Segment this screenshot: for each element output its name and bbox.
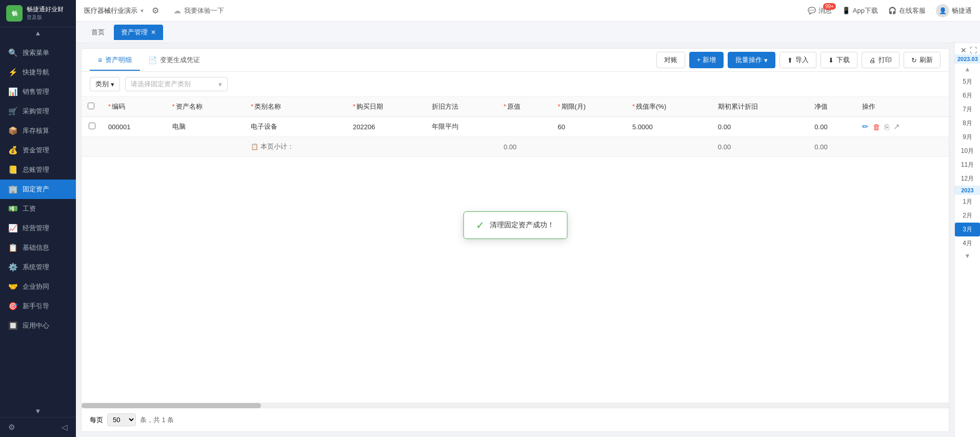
- edit-icon[interactable]: ✏: [862, 122, 869, 131]
- sidebar-item-operation[interactable]: 📈 经营管理: [0, 218, 76, 238]
- sidebar-icon-inventory: 📦: [8, 126, 17, 135]
- category-placeholder: 请选择固定资产类别: [131, 80, 191, 89]
- month-5[interactable]: 5月: [955, 75, 980, 89]
- month-12[interactable]: 12月: [955, 172, 980, 186]
- sidebar-label-sales: 销售管理: [23, 87, 49, 96]
- filter-bar: 类别 ▾ 请选择固定资产类别 ▾: [82, 72, 949, 97]
- month-6[interactable]: 6月: [955, 89, 980, 103]
- row-checkbox[interactable]: [89, 123, 95, 129]
- subtotal-original: 0.00: [497, 137, 551, 157]
- sidebar-logo: 畅 畅捷通好业财 普及版: [0, 0, 76, 27]
- settings-icon[interactable]: ⚙: [8, 423, 15, 432]
- experience-link[interactable]: ☁ 我要体验一下: [173, 6, 224, 15]
- month-1[interactable]: 1月: [955, 195, 980, 209]
- account-button[interactable]: 对账: [656, 52, 685, 68]
- table-row: 000001 电脑 电子设备 202206 年限平均 60 5.0000 0.0…: [82, 117, 949, 137]
- sidebar-label-operation: 经营管理: [23, 224, 49, 233]
- cell-original: [497, 117, 551, 137]
- sidebar-item-base[interactable]: 📋 基础信息: [0, 238, 76, 257]
- sidebar-scroll-down[interactable]: ▼: [0, 405, 76, 417]
- input-chevron-icon: ▾: [218, 81, 222, 88]
- service-action[interactable]: 🎧 在线客服: [888, 6, 926, 15]
- per-page-select[interactable]: 50 100 200: [107, 413, 136, 426]
- delete-icon[interactable]: 🗑: [873, 123, 881, 131]
- panel-close-icon[interactable]: ✕: [961, 46, 967, 54]
- toast-message: 清理固定资产成功！: [490, 221, 554, 230]
- company-selector[interactable]: 医疗器械行业演示 ▾: [84, 6, 144, 15]
- sidebar-item-apps[interactable]: 🔲 应用中心: [0, 316, 76, 335]
- user-label: 畅捷通: [952, 6, 972, 15]
- month-2[interactable]: 2月: [955, 209, 980, 223]
- header-purchase-date: *购买日期: [347, 97, 426, 117]
- subtab-voucher-label: 变更生成凭证: [160, 55, 200, 65]
- pagination: 每页 50 100 200 条，共 1 条: [82, 408, 949, 431]
- subtotal-row: 📋 本页小计： 0.00 0.00 0.00: [82, 137, 949, 157]
- month-10[interactable]: 10月: [955, 144, 980, 158]
- per-page-label: 每页: [90, 415, 103, 425]
- month-9[interactable]: 9月: [955, 130, 980, 144]
- more-icon[interactable]: ↗: [893, 122, 900, 131]
- refresh-button[interactable]: ↻ 刷新: [904, 52, 941, 68]
- header-residual: *残值率(%): [626, 97, 712, 117]
- sidebar-item-ledger[interactable]: 📒 总账管理: [0, 160, 76, 180]
- sidebar-item-quicknav[interactable]: ⚡ 快捷导航: [0, 63, 76, 82]
- topbar: 医疗器械行业演示 ▾ ⚙ ☁ 我要体验一下 💬 消息 99+ 📱 App下载 🎧…: [76, 0, 980, 22]
- month-11[interactable]: 11月: [955, 158, 980, 172]
- sidebar-item-inventory[interactable]: 📦 库存核算: [0, 121, 76, 141]
- month-3[interactable]: 3月: [955, 223, 980, 236]
- app-icon: 📱: [842, 7, 850, 14]
- subtab-list[interactable]: ≡ 资产明细: [90, 50, 140, 71]
- sidebar-item-purchase[interactable]: 🛒 采购管理: [0, 102, 76, 121]
- sidebar-item-salary[interactable]: 💵 工资: [0, 199, 76, 218]
- app-download-action[interactable]: 📱 App下载: [842, 6, 878, 15]
- sidebar-label-apps: 应用中心: [23, 321, 49, 330]
- select-all-checkbox[interactable]: [88, 103, 94, 109]
- category-filter[interactable]: 类别 ▾: [90, 77, 120, 91]
- tab-home[interactable]: 首页: [84, 25, 112, 40]
- cell-net: 0.00: [808, 117, 855, 137]
- sidebar-item-system[interactable]: ⚙️ 系统管理: [0, 257, 76, 277]
- cell-category: 电子设备: [245, 117, 347, 137]
- category-input[interactable]: 请选择固定资产类别 ▾: [125, 77, 228, 91]
- table-section: *编码 *资产名称 *类别名称 *购买日期 折旧方法 *原值 *期限(月) *残…: [82, 97, 949, 403]
- tab-asset[interactable]: 资产管理 ✕: [114, 25, 163, 40]
- horizontal-scrollbar[interactable]: [82, 403, 949, 408]
- import-icon: ⬆: [787, 56, 793, 64]
- avatar: 👤: [936, 4, 949, 17]
- month-8[interactable]: 8月: [955, 116, 980, 130]
- topbar-settings-icon[interactable]: ⚙: [152, 6, 159, 15]
- table-header-row: *编码 *资产名称 *类别名称 *购买日期 折旧方法 *原值 *期限(月) *残…: [82, 97, 949, 117]
- sidebar-label-capital: 资金管理: [23, 146, 49, 155]
- asset-table: *编码 *资产名称 *类别名称 *购买日期 折旧方法 *原值 *期限(月) *残…: [82, 97, 949, 157]
- download-button[interactable]: ⬇ 下载: [821, 52, 857, 68]
- copy-icon[interactable]: ⎘: [885, 123, 889, 131]
- subtab-voucher[interactable]: 📄 变更生成凭证: [140, 50, 208, 71]
- month-7[interactable]: 7月: [955, 103, 980, 116]
- sidebar-item-fixed[interactable]: 🏢 固定资产: [0, 180, 76, 199]
- message-action[interactable]: 💬 消息 99+: [808, 6, 832, 15]
- scrollbar-thumb[interactable]: [82, 403, 261, 408]
- sidebar-item-search[interactable]: 🔍 搜索菜单: [0, 43, 76, 63]
- sidebar-item-guide[interactable]: 🎯 新手引导: [0, 296, 76, 316]
- cell-method: 年限平均: [426, 117, 497, 137]
- sidebar-nav: 🔍 搜索菜单 ⚡ 快捷导航 📊 销售管理 🛒 采购管理 📦 库存核算 💰 资金管…: [0, 39, 76, 405]
- sidebar-scroll-up[interactable]: ▲: [0, 27, 76, 39]
- sidebar-item-enterprise[interactable]: 🤝 企业协同: [0, 277, 76, 296]
- company-name: 医疗器械行业演示: [84, 6, 137, 15]
- new-button[interactable]: + 新增: [689, 52, 724, 68]
- panel-year-label: 2023.03: [955, 54, 980, 64]
- print-button[interactable]: 🖨 打印: [862, 52, 899, 68]
- panel-expand-icon[interactable]: ⛶: [970, 46, 977, 54]
- month-4[interactable]: 4月: [955, 236, 980, 250]
- import-button[interactable]: ⬆ 导入: [779, 52, 816, 68]
- collapse-icon[interactable]: ◁: [62, 423, 68, 432]
- user-action[interactable]: 👤 畅捷通: [936, 4, 972, 17]
- panel-scroll-up[interactable]: ▲: [955, 64, 980, 75]
- tab-close-icon[interactable]: ✕: [151, 29, 156, 36]
- batch-button[interactable]: 批量操作 ▾: [728, 52, 775, 68]
- subtab-list-label: 资产明细: [105, 55, 132, 65]
- panel-scroll-down[interactable]: ▼: [955, 250, 980, 262]
- sidebar-item-sales[interactable]: 📊 销售管理: [0, 82, 76, 102]
- sidebar-label-base: 基础信息: [23, 243, 49, 252]
- sidebar-item-capital[interactable]: 💰 资金管理: [0, 141, 76, 160]
